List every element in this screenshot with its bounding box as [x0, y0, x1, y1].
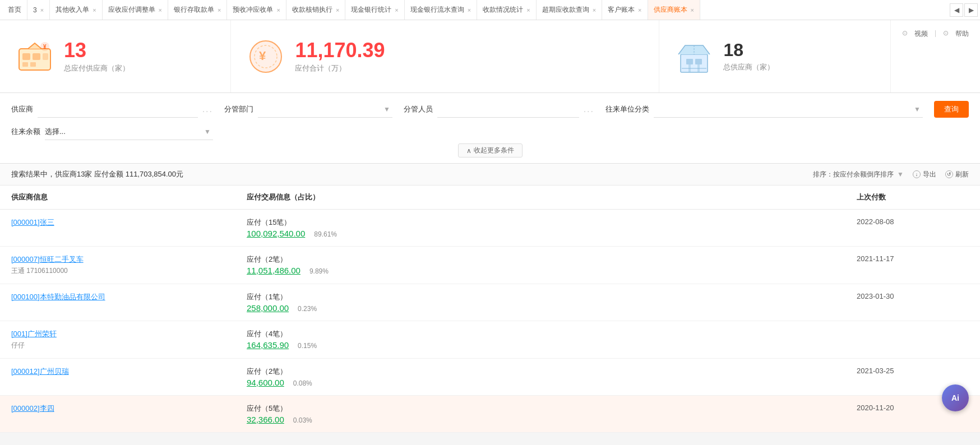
table-row[interactable]: [000001]张三 应付（15笔） 100,092,540.00 89.61%…	[0, 210, 980, 247]
supplier-link-3[interactable]: [000100]本特勤油品有限公司	[11, 292, 247, 302]
supplier-link-2[interactable]: [000007]恒旺二手叉车	[11, 254, 247, 265]
nav-tab-cash-bank-flow[interactable]: 现金银行流水查询 ×	[405, 0, 477, 20]
nav-tab-payable-adjust[interactable]: 应收应付调整单 ×	[103, 0, 168, 20]
header-actions: ⊙ 视频 | ⊙ 帮助	[891, 20, 980, 92]
dept-select[interactable]	[258, 101, 392, 118]
transaction-amount-1[interactable]: 100,092,540.00	[247, 229, 305, 238]
close-icon[interactable]: ×	[593, 7, 596, 13]
transaction-row-1: 100,092,540.00 89.61%	[247, 228, 857, 238]
nav-tab-prepay-collect-label: 预收冲应收单	[233, 5, 273, 15]
table-row[interactable]: [000100]本特勤油品有限公司 应付（1笔） 258,000.00 0.23…	[0, 284, 980, 321]
stat-block-payable-suppliers: ¥ 13 总应付供应商（家）	[0, 20, 231, 92]
transaction-amount-5[interactable]: 94,600.00	[247, 378, 284, 387]
close-icon[interactable]: ×	[468, 7, 471, 13]
nav-tab-home[interactable]: 首页	[2, 0, 27, 20]
filter-supplier: 供应商 ...	[11, 101, 213, 118]
close-icon[interactable]: ×	[218, 7, 221, 13]
table-header: 供应商信息 应付交易信息（占比） 上次付数	[0, 186, 980, 210]
supplier-cell-6: [000002]李四	[11, 404, 247, 414]
nav-tab-overdue-collect[interactable]: 超期应收款查询 ×	[537, 0, 602, 20]
supplier-cell-5: [000012]广州贝瑞	[11, 367, 247, 377]
transaction-cell-6: 应付（5笔） 32,366.00 0.03%	[247, 404, 857, 424]
lastpay-cell-1: 2022-08-08	[857, 217, 969, 226]
supplier-input[interactable]	[38, 101, 198, 118]
close-icon[interactable]: ×	[276, 7, 280, 13]
nav-tab-home-label: 首页	[8, 5, 21, 15]
supplier-contact-2: 王通 17106110000	[11, 266, 247, 276]
filter-area: 供应商 ... 分管部门 ▼ 分管人员 ... 往来单位分类	[0, 93, 980, 164]
filter-row-1: 供应商 ... 分管部门 ▼ 分管人员 ... 往来单位分类	[11, 101, 969, 118]
nav-tab-customer-account[interactable]: 客户账本 ×	[602, 0, 648, 20]
category-select[interactable]	[654, 101, 923, 118]
nav-tab-prepay-collect[interactable]: 预收冲应收单 ×	[227, 0, 286, 20]
transaction-amount-6[interactable]: 32,366.00	[247, 415, 284, 424]
nav-tab-supplier-account[interactable]: 供应商账本 ×	[648, 0, 700, 20]
close-icon[interactable]: ×	[93, 7, 96, 13]
help-link[interactable]: 帮助	[955, 29, 969, 39]
nav-tab-collection-exec[interactable]: 收款核销执行 ×	[286, 0, 345, 20]
store-icon	[676, 39, 712, 75]
nav-tab-cash-bank-stats[interactable]: 现金银行统计 ×	[345, 0, 404, 20]
col-header-transaction: 应付交易信息（占比）	[247, 192, 857, 202]
nav-arrow-left[interactable]: ◀	[950, 3, 963, 17]
collapse-button[interactable]: ∧ 收起更多条件	[458, 143, 523, 157]
nav-tab-cash-bank-flow-label: 现金银行流水查询	[410, 5, 464, 15]
close-icon[interactable]: ×	[638, 7, 641, 13]
nav-tab-collection-stats[interactable]: 收款情况统计 ×	[477, 0, 536, 20]
close-icon[interactable]: ×	[159, 7, 162, 13]
transaction-amount-2[interactable]: 11,051,486.00	[247, 266, 301, 275]
export-button[interactable]: ↓ 导出	[913, 170, 936, 179]
video-link[interactable]: 视频	[914, 29, 928, 39]
person-dots-icon[interactable]: ...	[584, 104, 594, 114]
table-row[interactable]: [000012]广州贝瑞 应付（2笔） 94,600.00 0.08% 2021…	[0, 359, 980, 396]
person-input[interactable]	[437, 101, 579, 118]
refresh-button[interactable]: ↺ 刷新	[945, 170, 969, 179]
transaction-cell-2: 应付（2笔） 11,051,486.00 9.89%	[247, 254, 857, 275]
filter-row-2: 往来余额 选择... ▼	[11, 123, 969, 140]
close-icon[interactable]: ×	[395, 7, 398, 13]
nav-arrow-right[interactable]: ▶	[964, 3, 978, 17]
stat1-content: 13 总应付供应商（家）	[64, 39, 130, 74]
close-icon[interactable]: ×	[526, 7, 530, 13]
supplier-link-5[interactable]: [000012]广州贝瑞	[11, 367, 247, 377]
result-info-text: 搜索结果中，供应商13家 应付金额 111,703,854.00元	[11, 169, 183, 179]
transaction-amount-4[interactable]: 164,635.90	[247, 340, 289, 350]
nav-tab-payable-adjust-label: 应收应付调整单	[108, 5, 155, 15]
table-row[interactable]: [000002]李四 应付（5笔） 32,366.00 0.03% 2020-1…	[0, 396, 980, 433]
nav-tab-cash-bank-stats-label: 现金银行统计	[351, 5, 391, 15]
close-icon[interactable]: ×	[336, 7, 339, 13]
nav-tab-3[interactable]: 3 ×	[27, 0, 50, 20]
transaction-percent-5: 0.08%	[293, 379, 312, 387]
refresh-icon: ↺	[945, 170, 953, 178]
table-row[interactable]: [000007]恒旺二手叉车 王通 17106110000 应付（2笔） 11,…	[0, 247, 980, 284]
sort-label: 排序：按应付余额倒序排序	[813, 170, 894, 179]
transaction-amount-3[interactable]: 258,000.00	[247, 303, 289, 313]
close-icon[interactable]: ×	[691, 7, 694, 13]
supplier-link-1[interactable]: [000001]张三	[11, 217, 247, 228]
query-button[interactable]: 查询	[934, 101, 969, 118]
supplier-dots-icon[interactable]: ...	[202, 104, 213, 114]
transaction-label-2: 应付（2笔）	[247, 254, 857, 265]
nav-tab-bank-deposit[interactable]: 银行存取款单 ×	[168, 0, 227, 20]
nav-tab-other-income[interactable]: 其他收入单 ×	[50, 0, 102, 20]
result-summary: 搜索结果中，供应商13家 应付金额 111,703,854.00元 排序：按应付…	[0, 164, 980, 186]
collapse-label: 收起更多条件	[474, 146, 514, 155]
svg-rect-16	[682, 68, 706, 69]
supplier-link-4[interactable]: [001]广州荣轩	[11, 329, 247, 339]
ai-assistant-button[interactable]: Ai	[942, 384, 969, 411]
nav-tab-overdue-collect-label: 超期应收款查询	[542, 5, 589, 15]
transaction-cell-1: 应付（15笔） 100,092,540.00 89.61%	[247, 217, 857, 238]
table-row[interactable]: [001]广州荣轩 仔仔 应付（4笔） 164,635.90 0.15%	[0, 321, 980, 359]
close-icon[interactable]: ×	[40, 7, 44, 13]
transaction-label-4: 应付（4笔）	[247, 329, 857, 339]
money-icon: ¥	[248, 39, 284, 75]
export-icon: ↓	[913, 170, 921, 178]
nav-arrows: ◀ ▶	[950, 3, 978, 17]
result-actions: 排序：按应付余额倒序排序 ▼ ↓ 导出 ↺ 刷新	[813, 170, 969, 179]
supplier-link-6[interactable]: [000002]李四	[11, 404, 247, 414]
last-pay-date-6: 2020-11-20	[857, 404, 894, 412]
transaction-row-2: 11,051,486.00 9.89%	[247, 265, 857, 275]
balance-select[interactable]: 选择...	[45, 123, 213, 140]
svg-rect-5	[30, 62, 36, 67]
export-label: 导出	[923, 170, 936, 179]
